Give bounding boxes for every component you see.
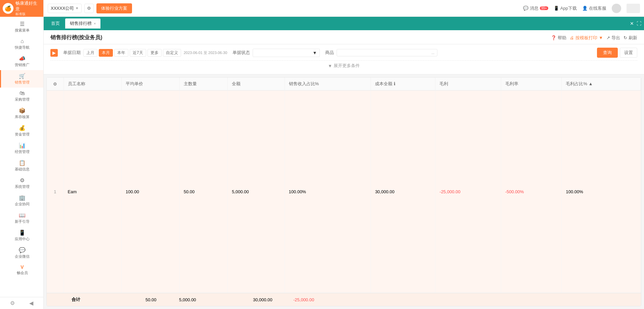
sidebar-nav: ☰ 搜索菜单 ⌂ 快捷导航 📣 营销推广 🛒 销售管理 🛍 采购管理 📦 库存核…: [0, 17, 43, 297]
date-btn-this-year[interactable]: 本年: [114, 49, 128, 57]
page-actions: ❓ 帮助 🖨 按模板打印 ▼ ↗ 导出 ↻ 刷新: [551, 35, 637, 41]
date-btn-custom[interactable]: 自定义: [163, 49, 181, 57]
help-icon: ❓: [551, 35, 556, 40]
settings-button[interactable]: 设置: [620, 48, 637, 58]
refresh-button[interactable]: ↻ 刷新: [624, 35, 637, 41]
date-btn-7days[interactable]: 近7天: [130, 49, 146, 57]
sidebar-item-system[interactable]: ⚙ 系统管理: [0, 174, 43, 192]
col-amount-header: 全额: [228, 78, 285, 91]
date-btn-this-month[interactable]: 本月: [99, 49, 113, 57]
date-label: 单据日期: [63, 50, 81, 56]
tab-home[interactable]: 首页: [46, 18, 65, 29]
cell-sales-pct: 100.00%: [285, 91, 371, 293]
expand-more-button[interactable]: ▼ 展开更多条件: [328, 63, 360, 69]
sidebar-item-label: 资金管理: [15, 132, 30, 137]
sidebar-item-sales[interactable]: 🛒 销售管理: [0, 70, 43, 88]
sidebar-item-basics[interactable]: 📋 基础信息: [0, 157, 43, 174]
filter-toggle-icon[interactable]: ▶: [50, 49, 58, 57]
tab-expand-icon[interactable]: ⛶: [637, 21, 641, 26]
message-badge: 99+: [540, 6, 548, 10]
message-icon: 💬: [523, 6, 528, 11]
cell-gross-pct: 100.00%: [562, 91, 641, 293]
user-name-placeholder: [627, 4, 640, 13]
logo-sub-text: 标准版: [15, 12, 41, 16]
sidebar-item-label: 库存核算: [15, 114, 30, 119]
corp-icon: 🏢: [19, 195, 26, 201]
sidebar-item-label: 销售管理: [15, 80, 30, 85]
sidebar-item-purchase[interactable]: 🛍 采购管理: [0, 88, 43, 105]
sidebar-item-quick-nav[interactable]: ⌂ 快捷导航: [0, 36, 43, 53]
sidebar-item-vip[interactable]: V 畅会员: [0, 262, 43, 278]
refresh-icon: ↻: [624, 35, 627, 40]
print-button[interactable]: 🖨 按模板打印 ▼: [570, 35, 603, 41]
cell-main-qty: 50.00: [179, 91, 227, 293]
sidebar-collapse-icon[interactable]: ◀: [29, 300, 33, 306]
sidebar-item-marketing[interactable]: 📣 营销推广: [0, 53, 43, 70]
sales-icon: 🛒: [19, 73, 26, 79]
search-menu-icon: ☰: [20, 21, 25, 27]
service-icon: 👤: [582, 6, 588, 11]
online-service-button[interactable]: 👤 在线客服: [582, 5, 606, 11]
sidebar-item-label: 畅会员: [17, 270, 28, 275]
footer-amount: 5,000.00: [175, 297, 209, 302]
company-selector[interactable]: XXXXX公司 ▼: [48, 4, 82, 13]
sidebar-item-wechat[interactable]: 💬 企业微信: [0, 244, 43, 262]
tab-close-icon[interactable]: ×: [94, 21, 96, 25]
refresh-label: 刷新: [629, 35, 637, 41]
sidebar-item-finance[interactable]: 💰 资金管理: [0, 122, 43, 140]
avatar[interactable]: [612, 4, 621, 13]
logo-main-text: 畅康通好生意: [15, 1, 41, 12]
download-icon: 📱: [554, 6, 559, 11]
sidebar-item-operations[interactable]: 📊 经营管理: [0, 140, 43, 157]
sidebar-item-corp[interactable]: 🏢 企业协同: [0, 192, 43, 209]
filter-expand-icon-btn[interactable]: ▶: [50, 49, 58, 57]
help-button[interactable]: ❓ 帮助: [551, 35, 566, 41]
purchase-icon: 🛍: [19, 90, 25, 96]
sidebar-item-search[interactable]: ☰ 搜索菜单: [0, 18, 43, 36]
table-row: 1 Eam 100.00 50.00 5,000.00 100.00% 30,0…: [47, 91, 641, 293]
sidebar-item-label: 基础信息: [15, 167, 30, 172]
topbar-settings-button[interactable]: ⚙: [84, 4, 94, 13]
company-name: XXXXX公司: [51, 5, 74, 11]
filter-expand-row: ▼ 展开更多条件: [50, 60, 637, 71]
app-download-button[interactable]: 📱 App下载: [554, 5, 577, 11]
date-btn-more[interactable]: 更多: [147, 49, 162, 57]
app-download-label: App下载: [560, 5, 577, 11]
cell-cost: 30,000.00: [371, 91, 435, 293]
tab-sales-ranking[interactable]: 销售排行榜 ×: [65, 18, 100, 29]
sidebar: 🍊 畅康通好生意 标准版 ☰ 搜索菜单 ⌂ 快捷导航 📣 营销推广 🛒 销售管理…: [0, 0, 44, 309]
col-avg-price-header: 平均单价: [122, 78, 180, 91]
trial-button[interactable]: 体验行业方案: [96, 3, 132, 13]
export-button[interactable]: ↗ 导出: [606, 35, 620, 41]
sidebar-item-label: 采购管理: [15, 97, 30, 102]
logo-icon: 🍊: [3, 3, 13, 14]
status-chevron-icon: ▼: [312, 50, 317, 55]
sidebar-item-label: 营销推广: [15, 62, 30, 67]
sidebar-settings-icon[interactable]: ⚙: [10, 300, 15, 306]
print-chevron-icon: ▼: [599, 35, 603, 40]
goods-input[interactable]: ...: [337, 49, 437, 56]
query-buttons: 查询 设置: [597, 48, 637, 58]
cell-gross-rate: -500.00%: [501, 91, 562, 293]
sidebar-item-apps[interactable]: 📱 应用中心: [0, 227, 43, 244]
sidebar-item-inventory[interactable]: 📦 库存核算: [0, 105, 43, 122]
tab-close-all-icon[interactable]: ✕: [630, 21, 634, 26]
wechat-icon: 💬: [19, 247, 26, 253]
goods-more-icon[interactable]: ...: [431, 51, 434, 55]
date-btn-last-month[interactable]: 上月: [83, 49, 97, 57]
query-button[interactable]: 查询: [597, 48, 618, 58]
sidebar-item-guide[interactable]: 📖 新手引导: [0, 209, 43, 227]
col-name-header: 员工名称: [63, 78, 122, 91]
message-button[interactable]: 💬 消息 99+: [523, 5, 548, 11]
main-area: XXXXX公司 ▼ ⚙ 体验行业方案 💬 消息 99+ 📱 App下载 👤 在线…: [44, 0, 644, 309]
filter-row: ▶ 单据日期 上月 本月 本年 近7天 更多 自定义 2023-06-01 至 …: [50, 48, 637, 58]
settings-col-icon[interactable]: ⚙: [53, 82, 57, 87]
gear-icon: ⚙: [87, 6, 91, 11]
col-cost-header: 成本全额 ℹ: [371, 78, 435, 91]
table-header-row: ⚙ 员工名称 平均单价 主数量 全额: [47, 78, 641, 91]
status-select[interactable]: ▼: [253, 49, 320, 57]
basics-icon: 📋: [19, 160, 26, 166]
online-service-label: 在线客服: [589, 5, 606, 11]
goods-label: 商品: [325, 50, 334, 56]
cell-avg-price: 100.00: [122, 91, 180, 293]
